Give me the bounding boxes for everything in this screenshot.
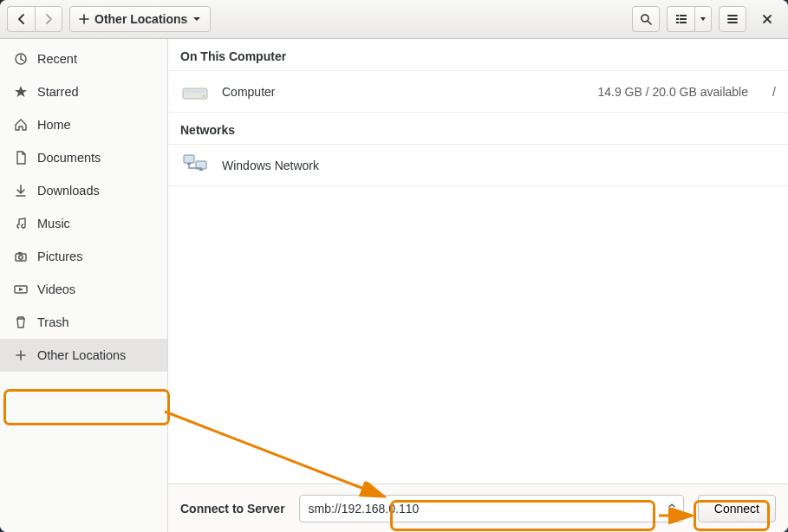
svg-rect-6	[680, 22, 687, 23]
sidebar-item-label: Starred	[37, 85, 153, 99]
star-icon	[14, 85, 28, 99]
hamburger-icon	[726, 13, 739, 25]
svg-rect-2	[680, 15, 687, 16]
svg-point-14	[203, 95, 205, 97]
sidebar-item-documents[interactable]: Documents	[0, 141, 167, 174]
sidebar-item-downloads[interactable]: Downloads	[0, 174, 167, 207]
network-icon	[180, 151, 210, 180]
sidebar-item-music[interactable]: Music	[0, 207, 167, 240]
row-name: Windows Network	[222, 159, 319, 172]
svg-rect-17	[187, 163, 191, 165]
sidebar-item-pictures[interactable]: Pictures	[0, 240, 167, 273]
svg-rect-3	[676, 18, 679, 20]
sidebar-item-label: Pictures	[37, 250, 153, 263]
plus-icon	[79, 14, 89, 24]
sidebar-item-label: Recent	[37, 52, 153, 66]
view-dropdown-button[interactable]	[694, 6, 712, 32]
main-pane: On This ComputerComputer14.9 GB / 20.0 G…	[168, 39, 788, 532]
home-icon	[14, 118, 28, 132]
download-icon	[14, 184, 28, 198]
section-header: Networks	[168, 113, 788, 145]
sidebar-item-label: Documents	[37, 151, 153, 165]
drive-icon	[180, 77, 210, 107]
server-address-wrap	[299, 495, 684, 522]
svg-rect-18	[199, 169, 203, 171]
svg-rect-13	[185, 90, 205, 93]
sidebar-item-label: Trash	[37, 315, 153, 329]
menu-button[interactable]	[719, 6, 746, 32]
sidebar-item-label: Downloads	[37, 184, 153, 198]
document-icon	[14, 151, 28, 165]
connect-button[interactable]: Connect	[698, 495, 776, 522]
sidebar-item-label: Music	[37, 217, 153, 230]
camera-icon	[14, 250, 28, 263]
trash-icon	[14, 315, 28, 329]
svg-rect-12	[183, 88, 207, 99]
headerbar: Other Locations	[0, 0, 788, 39]
search-button[interactable]	[632, 6, 660, 32]
sidebar-item-label: Videos	[37, 282, 153, 296]
list-row[interactable]: Windows Network	[168, 145, 788, 186]
sidebar-item-label: Other Locations	[37, 348, 153, 362]
nav-group	[7, 6, 62, 32]
clock-icon	[14, 52, 28, 66]
view-list-button[interactable]	[667, 6, 694, 32]
sidebar-item-label: Home	[37, 118, 153, 132]
sidebar-item-trash[interactable]: Trash	[0, 306, 167, 339]
search-icon	[640, 13, 652, 25]
svg-rect-15	[184, 155, 194, 163]
sidebar-item-home[interactable]: Home	[0, 108, 167, 141]
list-view-icon	[675, 13, 687, 25]
sidebar-item-videos[interactable]: Videos	[0, 273, 167, 306]
list-row[interactable]: Computer14.9 GB / 20.0 GB available/	[168, 71, 788, 113]
back-button[interactable]	[7, 6, 35, 32]
pathbar-label: Other Locations	[94, 12, 187, 26]
svg-point-9	[19, 256, 23, 260]
sidebar-item-starred[interactable]: Starred	[0, 75, 167, 108]
server-address-input[interactable]	[299, 495, 684, 522]
svg-rect-4	[680, 18, 687, 20]
close-button[interactable]	[753, 6, 781, 32]
row-meta: 14.9 GB / 20.0 GB available	[597, 85, 748, 99]
sidebar-item-other-locations[interactable]: Other Locations	[0, 339, 167, 372]
chevron-right-icon	[43, 14, 54, 24]
connect-label: Connect to Server	[180, 502, 285, 516]
updown-icon[interactable]	[667, 503, 677, 515]
forward-button[interactable]	[35, 6, 62, 32]
row-path: /	[760, 85, 776, 99]
sidebar-item-recent[interactable]: Recent	[0, 42, 167, 75]
svg-rect-1	[676, 15, 679, 16]
triangle-down-icon	[700, 16, 707, 23]
sidebar: RecentStarredHomeDocumentsDownloadsMusic…	[0, 39, 168, 532]
music-icon	[14, 217, 28, 230]
pathbar[interactable]: Other Locations	[69, 6, 211, 32]
view-group	[667, 6, 712, 32]
triangle-down-icon	[192, 15, 201, 23]
connect-bar: Connect to Server Connect	[168, 483, 788, 532]
svg-rect-10	[18, 252, 22, 254]
section-header: On This Computer	[168, 39, 788, 71]
plus-icon	[14, 348, 28, 362]
video-icon	[14, 282, 28, 296]
svg-rect-5	[676, 22, 679, 23]
chevron-left-icon	[16, 14, 27, 24]
close-icon	[762, 14, 772, 24]
file-manager-window: Other Locations	[0, 0, 788, 532]
row-name: Computer	[222, 85, 275, 99]
